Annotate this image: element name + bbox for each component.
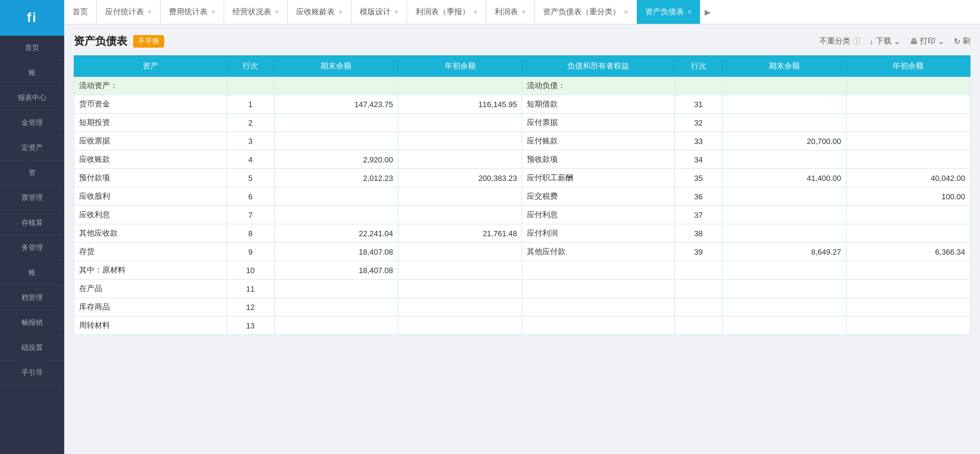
row-left-num: 11 bbox=[227, 280, 274, 298]
row-left-num: 4 bbox=[227, 151, 274, 169]
row-left-label[interactable]: 其他应收款 bbox=[74, 224, 227, 243]
sidebar-item-home[interactable]: 首页 bbox=[0, 36, 64, 61]
tab-profit-quarterly[interactable]: 利润表（季报） × bbox=[407, 0, 486, 24]
row-right-begin bbox=[846, 95, 970, 114]
row-left-begin: 116,145.95 bbox=[398, 95, 522, 114]
row-right-end bbox=[723, 114, 846, 132]
row-right-label[interactable]: 应付账款 bbox=[522, 132, 675, 151]
row-left-label[interactable]: 在产品 bbox=[74, 280, 227, 298]
row-right-label[interactable]: 预收款项 bbox=[522, 151, 675, 169]
row-left-label[interactable]: 应收账款 bbox=[74, 151, 227, 169]
row-left-end bbox=[274, 206, 398, 224]
sidebar-item-inventory[interactable]: 存核算 bbox=[0, 211, 64, 236]
row-right-num: 38 bbox=[674, 224, 722, 243]
tab-balance-close[interactable]: × bbox=[687, 8, 692, 16]
row-left-num: 9 bbox=[227, 243, 274, 261]
tab-expense-stats-close[interactable]: × bbox=[211, 8, 215, 16]
tab-profit-quarterly-close[interactable]: × bbox=[473, 8, 478, 16]
section-right-begin bbox=[846, 77, 970, 95]
row-right-begin bbox=[846, 317, 970, 335]
section-current-liabilities-label: 流动负债： bbox=[522, 77, 675, 95]
tab-balance-reclassified-close[interactable]: × bbox=[624, 8, 628, 16]
tab-home[interactable]: 首页 bbox=[64, 0, 97, 24]
tab-payable-stats-close[interactable]: × bbox=[147, 8, 152, 16]
row-right-label[interactable] bbox=[522, 261, 675, 280]
row-right-label[interactable]: 应付利润 bbox=[522, 224, 675, 243]
sidebar-item-assets[interactable]: 定资产 bbox=[0, 136, 64, 161]
row-left-num: 10 bbox=[227, 261, 274, 280]
sidebar-item-tickets[interactable]: 票管理 bbox=[0, 186, 64, 211]
sidebar-item-book[interactable]: 账 bbox=[0, 261, 64, 286]
sidebar-item-guide[interactable]: 手引导 bbox=[0, 361, 64, 386]
row-left-label[interactable]: 其中：原材料 bbox=[74, 261, 227, 280]
row-left-begin bbox=[398, 298, 522, 317]
table-row: 应收利息 7 应付利息 37 bbox=[74, 206, 970, 224]
row-left-begin bbox=[398, 132, 522, 151]
sidebar-item-tax[interactable]: 务管理 bbox=[0, 236, 64, 261]
tab-scroll-right[interactable]: ▶ bbox=[701, 0, 715, 24]
sidebar-item-account[interactable]: 账 bbox=[0, 61, 64, 86]
col-header-rownum-right: 行次 bbox=[674, 56, 722, 77]
row-right-label[interactable] bbox=[522, 317, 675, 335]
row-right-label[interactable]: 其他应付款 bbox=[522, 243, 675, 261]
tab-expense-stats[interactable]: 费用统计表 × bbox=[161, 0, 224, 24]
help-icon[interactable]: ⓘ bbox=[853, 36, 860, 46]
print-btn[interactable]: 🖶 打印 ⌄ bbox=[910, 36, 944, 46]
row-right-label[interactable]: 应付票据 bbox=[522, 114, 675, 132]
classification-btn[interactable]: 不重分类 ⓘ bbox=[819, 36, 860, 46]
row-left-label[interactable]: 周转材料 bbox=[74, 317, 227, 335]
refresh-btn[interactable]: ↻ 刷 bbox=[954, 36, 970, 46]
tab-template-design[interactable]: 模版设计 × bbox=[351, 0, 407, 24]
tab-receivable-aging[interactable]: 应收账龄表 × bbox=[288, 0, 351, 24]
row-left-end: 22,241.04 bbox=[274, 224, 398, 243]
tab-home-label: 首页 bbox=[73, 7, 88, 17]
tab-balance-reclassified[interactable]: 资产负债表（重分类） × bbox=[535, 0, 637, 24]
sidebar-item-invest[interactable]: 资 bbox=[0, 161, 64, 186]
row-right-end: 41,400.00 bbox=[723, 169, 846, 187]
row-left-label[interactable]: 存货 bbox=[74, 243, 227, 261]
row-right-label[interactable] bbox=[522, 298, 675, 317]
table-row: 应收股利 6 应交税费 36 100.00 bbox=[74, 187, 970, 206]
sidebar-item-cash[interactable]: 金管理 bbox=[0, 111, 64, 136]
tab-profit-close[interactable]: × bbox=[522, 8, 526, 16]
row-left-begin bbox=[398, 151, 522, 169]
row-right-num bbox=[674, 298, 722, 317]
sidebar-item-reports[interactable]: 报表中心 bbox=[0, 86, 64, 111]
row-left-label[interactable]: 预付款项 bbox=[74, 169, 227, 187]
row-right-label[interactable] bbox=[522, 280, 675, 298]
row-left-label[interactable]: 短期投资 bbox=[74, 114, 227, 132]
row-right-label[interactable]: 短期借款 bbox=[522, 95, 675, 114]
sidebar-item-settings[interactable]: 础设置 bbox=[0, 336, 64, 361]
section-right-end bbox=[723, 77, 846, 95]
sidebar-item-archive[interactable]: 档管理 bbox=[0, 286, 64, 311]
row-right-end bbox=[723, 151, 846, 169]
row-left-end: 147,423.75 bbox=[274, 95, 398, 114]
row-left-label[interactable]: 应收票据 bbox=[74, 132, 227, 151]
row-right-label[interactable]: 应交税费 bbox=[522, 187, 675, 206]
download-btn[interactable]: ↓ 下载 ⌄ bbox=[870, 36, 901, 46]
row-left-label[interactable]: 库存商品 bbox=[74, 298, 227, 317]
refresh-label: 刷 bbox=[963, 36, 970, 46]
tab-operations[interactable]: 经营状况表 × bbox=[224, 0, 288, 24]
row-left-num: 2 bbox=[227, 114, 274, 132]
tab-payable-stats[interactable]: 应付统计表 × bbox=[97, 0, 161, 24]
sidebar-item-expense[interactable]: 畅报销 bbox=[0, 311, 64, 336]
tab-template-design-close[interactable]: × bbox=[394, 8, 398, 16]
row-right-label[interactable]: 应付职工薪酬 bbox=[522, 169, 675, 187]
tab-balance[interactable]: 资产负债表 × bbox=[637, 0, 701, 24]
table-row: 库存商品 12 bbox=[74, 298, 970, 317]
page-actions: 不重分类 ⓘ ↓ 下载 ⌄ 🖶 打印 ⌄ ↻ 刷 bbox=[819, 36, 971, 46]
row-left-label[interactable]: 应收股利 bbox=[74, 187, 227, 206]
row-left-end bbox=[274, 114, 398, 132]
row-left-label[interactable]: 货币资金 bbox=[74, 95, 227, 114]
row-left-end: 2,920.00 bbox=[274, 151, 398, 169]
row-right-label[interactable]: 应付利息 bbox=[522, 206, 675, 224]
tab-profit[interactable]: 利润表 × bbox=[486, 0, 535, 24]
tab-receivable-aging-close[interactable]: × bbox=[338, 8, 343, 16]
row-left-label[interactable]: 应收利息 bbox=[74, 206, 227, 224]
tab-operations-close[interactable]: × bbox=[275, 8, 279, 16]
row-right-end bbox=[723, 95, 846, 114]
section-left-begin bbox=[398, 77, 522, 95]
row-right-num bbox=[674, 280, 722, 298]
tab-template-design-label: 模版设计 bbox=[360, 7, 391, 17]
